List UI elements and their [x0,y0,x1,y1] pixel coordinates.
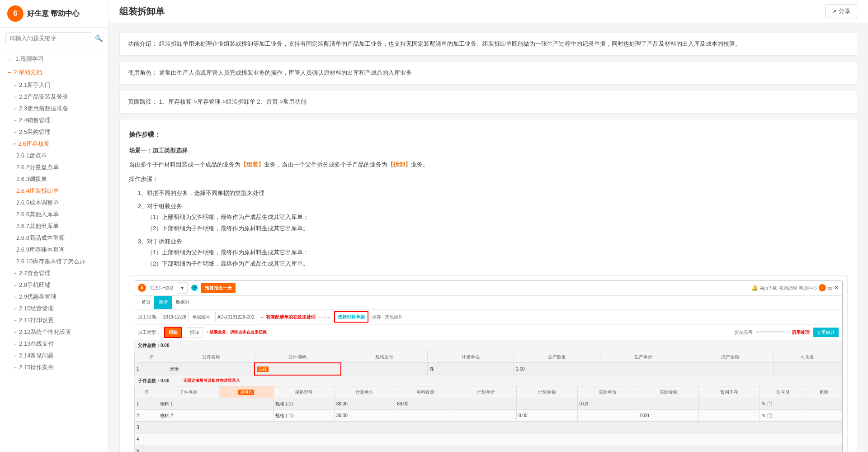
app-tab-home[interactable]: 首页 [138,296,154,309]
sidebar-item-partial-stocktake[interactable]: 2.6.2分量盘点单 [0,162,108,173]
app-tab-data[interactable]: 数据列 [172,296,193,309]
annotation-assembly: ← 有装配清单的在这里处理 ——→ [260,313,330,321]
form-type-assembly[interactable]: 组装 [164,327,182,338]
top-table-label: 父件总数：0.00 [134,340,842,351]
sidebar-item-sales[interactable]: ＋ 2.4销售管理 [0,114,108,126]
sidebar-item-purchase[interactable]: ＋ 2.5采购管理 [0,126,108,138]
sidebar-item-cases[interactable]: ＋ 2.15操作案例 [0,362,108,373]
sidebar-item-faq[interactable]: ＋ 2.14常见问题 [0,350,108,362]
sidebar-item-customize[interactable]: ＋ 2.12系统个性化设置 [0,326,108,338]
app-orange-btn[interactable]: 预算报出一天 [201,283,236,293]
sidebar-item-cost-adjust[interactable]: 2.6.5成本调整单 [0,197,108,209]
cell: ✎ 📋 [760,409,806,421]
main-content: 组装拆卸单 ↗ 分享 功能介绍： 组装拆卸单用来处理企业组装或拆卸等加工业务，支… [108,0,868,452]
sidebar-label: 2.8手机旺铺 [19,281,51,288]
cell [517,398,577,409]
col-parent-code: 父件编码 [255,351,341,363]
col-model: 型号M [760,386,806,398]
form-date-label: 加工日期: [138,313,157,321]
form-type-disassembly[interactable]: 拆卸 [186,327,203,338]
plus-icon: ＋ [13,118,19,123]
cell [456,398,516,409]
form-save-label: 保存 [372,313,381,321]
sidebar-item-data-prep[interactable]: ＋ 2.3使用前数据准备 [0,103,108,114]
cell-seq: 1 [135,363,168,375]
sidebar-item-install[interactable]: ＋ 2.2产品安装及登录 [0,91,108,103]
sidebar-item-assembly[interactable]: 2.6.4组装拆卸单 [0,185,108,197]
sidebar-item-newbie[interactable]: ＋ 2.1新手入门 [0,79,108,91]
sidebar-item-label: 1.视频学习 [15,55,44,63]
sidebar-item-mobile[interactable]: ＋ 2.8手机旺铺 [0,279,108,291]
cell-empty [158,433,842,445]
plus-icon: ＋ [13,129,19,135]
plus-icon: ＋ [13,106,19,111]
screenshot-container: 6 TEST-H002 ▼ ⟳ 预算报出一天 🔔 App下载 初始提醒 帮助中心… [129,275,848,452]
plus-icon: ＋ [13,318,19,323]
sidebar-item-finance[interactable]: ＋ 2.7资金管理 [0,267,108,279]
sidebar-item-ops[interactable]: ＋ 2.10经营管理 [0,303,108,314]
app-icon3[interactable]: 帮助中心 [799,284,817,292]
annotation-type: ↑ 组装业务、拆卸业务在这里切换 [207,328,267,336]
steps-block: 操作步骤： 场景一：加工类型选择 当由多个子件材料组装成一个成品的业务为【组装】… [119,119,857,452]
minus-icon: − [13,140,16,147]
plus-icon: ＋ [13,353,19,358]
content-area: 功能介绍： 组装拆卸单用来处理企业组装或拆卸等加工业务，支持有固定装配清单的产品… [108,23,868,452]
search-icon[interactable]: 🔍 [95,35,103,42]
annotation-btn[interactable]: 选择对料单据 [334,311,368,323]
step3-2: （2）下部明细为子件明细，最终作为产成品生成其它入库单。 [129,258,848,270]
sidebar-label: 2.13在线支付 [19,340,54,347]
step2-1: （1）上部明细为父件明细，最终作为产成品生成其它入库单； [129,212,848,223]
annotation-enable: ↑ 启用处理 [788,328,810,337]
form-docno-label: 单据编号: [192,313,212,321]
sidebar-item-payment[interactable]: ＋ 2.13在线支付 [0,338,108,350]
sidebar-item-ledger-fix[interactable]: 2.6.10库存账本错了怎么办 [0,256,108,267]
sidebar-item-inventory[interactable]: − 2.6库存核算 [0,138,108,150]
refresh-icon[interactable]: ⟳ [191,285,198,291]
sidebar-item-cost-recalc[interactable]: 2.6.8商品成本重算 [0,232,108,244]
avatar[interactable]: C [819,284,826,291]
sidebar-item-video[interactable]: ＋ 1.视频学习 [0,52,108,66]
sidebar-item-coupon[interactable]: ＋ 2.9优惠券管理 [0,291,108,303]
app-icon1[interactable]: App下载 [760,284,777,292]
search-input[interactable] [5,32,92,44]
sidebar-item-ledger-query[interactable]: 2.6.9库存账本查询 [0,244,108,256]
cell [395,409,456,421]
col-plan-amount: 计划金额 [517,386,577,398]
sidebar-item-print[interactable]: ＋ 2.11打印设置 [0,314,108,326]
cell [577,409,638,421]
sidebar-item-other-in[interactable]: 2.6.6其他入库单 [0,209,108,220]
col-temp-stock: 暂用库存 [699,386,760,398]
form-warehouse-input[interactable] [756,331,784,333]
sidebar-label: 2.3使用前数据准备 [19,105,68,112]
close-icon[interactable]: ✕ [834,283,839,293]
cell: 30.00 [334,398,395,409]
sidebar-label: 2.10经营管理 [19,305,54,312]
app-icon2[interactable]: 初始提醒 [779,284,797,292]
cell-code-badge: 选择 [257,366,269,372]
sidebar-item-transfer[interactable]: 2.6.3调拨单 [0,173,108,185]
plus-icon: ＋ [13,365,19,370]
form-docno-input[interactable]: AD-20191226-001 [215,312,257,322]
sidebar-item-docs[interactable]: − 2.帮助文档 [0,66,108,79]
role-label: 使用角色： [128,69,157,76]
col-delete: 删除 [806,386,842,398]
sidebar-item-stocktake[interactable]: 2.6.1盘点单 [0,150,108,162]
plus-icon: ＋ [13,294,19,300]
form-confirm-btn[interactable]: 立更确认 [813,328,839,337]
app-topbar: 6 TEST-H002 ▼ ⟳ 预算报出一天 🔔 App下载 初始提醒 帮助中心… [134,281,842,296]
top-table: 序 父件名称 父件编码 规格型号 计量单位 生产数量 生产单价 成产金额 可用量 [134,351,842,376]
step2: 2、对于组装业务 [129,201,848,212]
form-date-input[interactable]: 2019-12-26 [161,312,189,322]
sidebar-item-other-out[interactable]: 2.6.7其他出库单 [0,220,108,232]
bell-icon[interactable]: 🔔 [751,283,758,293]
col-child-name: 子件名称 [158,386,219,398]
bottom-table: 序 子件名称 启用选 规格型号 计量单位 用料数量 计划单价 计划金额 [134,386,842,452]
app-dropdown[interactable]: ▼ [177,282,188,294]
intro-block: 功能介绍： 组装拆卸单用来处理企业组装或拆卸等加工业务，支持有固定装配清单的产品… [119,32,857,56]
nav-list: ＋ 1.视频学习 − 2.帮助文档 ＋ 2.1新手入门 ＋ 2.2产品安装及登录… [0,49,108,452]
cell-spec [341,363,427,375]
cell: 1 [135,398,158,409]
app-tab-new[interactable]: 新增 [154,296,172,309]
annotation-bottom: ↑ 无固定清单可以组件在这里录入 [180,377,240,385]
share-button[interactable]: ↗ 分享 [825,5,857,18]
